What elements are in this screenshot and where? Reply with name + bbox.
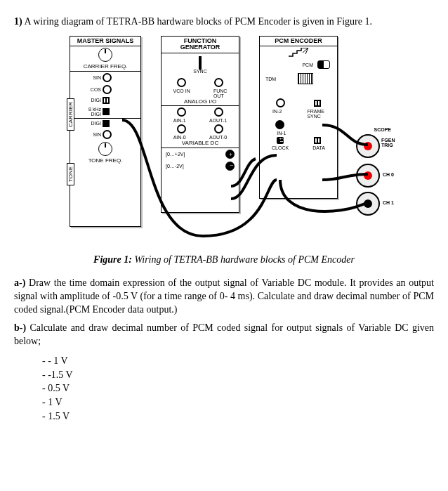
scope-trig-label: FGEN TRIG [381,138,393,148]
pcm-clock-port-icon: ⮌ [277,137,284,144]
task-b-label: b-) [14,322,26,333]
pcm-quantize-icon [289,48,308,58]
master-8khz-digi-label: 8 kHz DIGI [73,107,103,117]
question-number: 1) [14,16,22,27]
master-tone-sin-port-icon [103,130,112,139]
wiring-diagram: MASTER SIGNALS CARRIER FREQ. SIN COS DIG… [55,36,393,240]
master-carrier-sin-port-icon [103,73,112,82]
master-sin-label: SIN [73,75,103,80]
list-item: - 1 V [42,354,434,368]
scope-ch1-jack-icon [356,192,380,216]
task-b-text: Calculate and draw decimal number of PCM… [14,322,434,346]
scope-header: SCOPE [374,127,391,132]
tone-freq-label: TONE FREQ. [70,157,140,164]
pcm-in1-label: IN-1 [277,131,286,136]
scope-ch0-label: CH 0 [383,172,394,177]
aout0-port-icon [214,124,223,133]
figure-1: MASTER SIGNALS CARRIER FREQ. SIN COS DIG… [14,36,434,242]
task-b-values-list: - 1 V -1.5 V 0.5 V 1 V 1.5 V [14,354,434,423]
aout1-label: AOUT-1 [209,118,227,123]
sync-port-icon [199,56,202,70]
pcm-frame-sync-label: FRAME SYNC [307,109,324,119]
question-text: A wiring diagram of TETRA-BB hardware bl… [24,16,372,27]
vco-in-port-icon [177,78,186,87]
tone-group-label: TONE [67,163,74,185]
analog-io-label: ANALOG I/O [162,98,239,106]
pcm-toggle-icon [317,60,330,69]
variable-dc-label: VARIABLE DC [162,140,239,148]
pcm-encoder-module: PCM ENCODER PCM TDM IN-2 FRAME SYNC [259,36,338,199]
vardc-neg-label: [0…-2V] [166,164,184,169]
master-carrier-cos-port-icon [103,85,112,94]
figure-caption: Figure 1: Wiring of TETRA-BB hardware bl… [14,254,434,267]
pcm-frame-sync-port-icon [314,100,321,107]
scope-trig-jack-icon [356,134,380,158]
ain1-label: AIN-1 [173,118,186,123]
vardc-neg-port-icon: − [225,162,235,171]
aout0-label: AOUT-0 [209,135,227,140]
master-cos-label: COS [73,87,103,92]
ain0-label: AIN-0 [173,135,186,140]
pcm-in2-label: IN-2 [272,109,282,119]
tdm-label: TDM [265,77,276,81]
list-item: -1.5 V [42,368,434,382]
pcm-data-label: DATA [312,145,325,150]
master-signals-title: MASTER SIGNALS [70,37,140,46]
aout1-port-icon [214,107,223,117]
function-generator-module: FUNCTION GENERATOR SYNC VCO IN FUNC OUT … [161,36,239,213]
ain0-port-icon [177,124,186,133]
pcm-in1-port-icon [275,120,284,129]
question-intro: 1) A wiring diagram of TETRA-BB hardware… [14,15,434,29]
func-out-label: FUNC OUT [213,89,227,98]
carrier-freq-knob-icon [98,48,112,62]
task-a: a-) Draw the time domain expression of t… [14,277,434,317]
tone-freq-knob-icon [98,142,112,156]
list-item: 1.5 V [42,410,434,424]
master-carrier-digi-port-icon [103,97,110,104]
pcm-data-port-icon [314,137,321,144]
pcm-encoder-title: PCM ENCODER [260,37,337,46]
master-signals-module: MASTER SIGNALS CARRIER FREQ. SIN COS DIG… [70,36,141,227]
task-b: b-) Calculate and draw decimal number of… [14,322,434,348]
task-a-label: a-) [14,277,25,288]
list-item: 1 V [42,395,434,410]
ain1-port-icon [177,107,186,117]
pcm-in2-port-icon [276,98,285,107]
list-item: 0.5 V [42,381,434,395]
tdm-icon [298,73,313,84]
master-8khz-digi-port-icon [103,108,110,115]
pcm-label: PCM [302,63,313,67]
master-tone-digi-label: DIGI [73,121,103,126]
figure-caption-text: Wiring of TETRA-BB hardware blocks of PC… [134,254,355,265]
func-out-port-icon [214,78,223,87]
vardc-pos-label: [0…+2V] [166,152,185,157]
master-tone-digi-port-icon [103,120,110,127]
vardc-pos-port-icon: + [225,150,235,159]
scope-ch0-jack-icon [356,164,380,188]
carrier-group-label: CARRIER [67,98,74,131]
vco-in-label: VCO IN [173,89,190,98]
carrier-freq-label: CARRIER FREQ. [70,63,140,71]
task-a-text: Draw the time domain expression of the o… [14,277,434,315]
figure-caption-label: Figure 1: [93,254,132,265]
master-tone-sin-label: SIN [73,132,103,137]
scope-ch1-label: CH 1 [383,200,394,205]
master-digi-label: DIGI [73,98,103,103]
function-generator-title: FUNCTION GENERATOR [162,37,239,53]
pcm-clock-label: CLOCK [272,145,289,150]
